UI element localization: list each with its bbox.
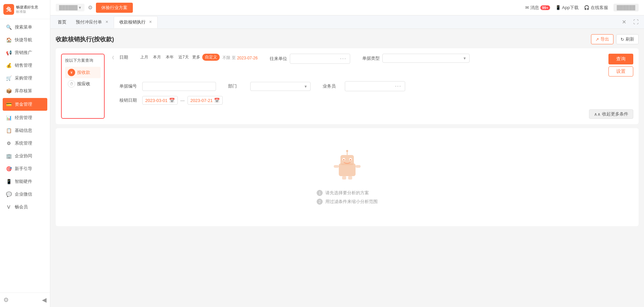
- empty-tips: 1 请先选择要分析的方案 2 用过滤条件来缩小分析范围: [317, 189, 378, 206]
- tab-prepay[interactable]: 预付冲应付单 ✕: [70, 16, 114, 28]
- date-more[interactable]: 更多: [192, 54, 200, 60]
- sidebar-nav: 🔍搜索菜单🏠快捷导航📢营销推广💰销售管理🛒采购管理📦库存核算💳资金管理📊经营管理…: [0, 19, 50, 293]
- operation-icon: 📊: [5, 115, 12, 120]
- collapse-more-button[interactable]: ∧∧ 收起更多条件: [589, 109, 633, 119]
- app-download-icon: 📱: [555, 5, 561, 10]
- doc-type-label: 单据类型: [362, 55, 380, 61]
- sidebar-item-marketing[interactable]: 📢营销推广: [0, 46, 50, 59]
- collapse-up-icon: ∧∧: [594, 112, 601, 117]
- app-name: 畅捷通好生意: [16, 5, 38, 9]
- sidebar-item-label: 经营管理: [15, 115, 32, 121]
- calendar-start-icon[interactable]: 📅: [169, 98, 175, 103]
- settings-button[interactable]: 设置: [608, 66, 633, 76]
- page-actions: ↗ 导出 ↻ 刷新: [591, 34, 639, 44]
- sidebar-bottom: ⚙ ◀: [0, 293, 50, 307]
- sidebar-item-guide[interactable]: 🎯新手引导: [0, 162, 50, 175]
- message-button[interactable]: ✉ 消息 99+: [525, 5, 550, 11]
- date-7days[interactable]: 近7天: [177, 54, 190, 61]
- guide-icon: 🎯: [5, 166, 12, 171]
- collapse-more-area: ∧∧ 收起更多条件: [119, 109, 633, 119]
- sales-icon: 💰: [5, 63, 12, 68]
- calendar-end-icon[interactable]: 📅: [214, 98, 220, 103]
- sidebar-item-sales[interactable]: 💰销售管理: [0, 59, 50, 72]
- sidebar-item-purchase[interactable]: 🛒采购管理: [0, 72, 50, 85]
- sidebar-item-enterprise[interactable]: 🏢企业协同: [0, 150, 50, 162]
- sidebar: 兔 畅捷通好生意 标准版 🔍搜索菜单🏠快捷导航📢营销推广💰销售管理🛒采购管理📦库…: [0, 0, 50, 307]
- refresh-button[interactable]: ↻ 刷新: [616, 34, 639, 44]
- sidebar-item-member[interactable]: V畅会员: [0, 201, 50, 213]
- empty-robot-icon: [330, 148, 364, 182]
- enterprise-icon: 🏢: [5, 153, 12, 159]
- salesperson-dots-icon[interactable]: ···: [395, 83, 401, 89]
- sidebar-item-finance[interactable]: 💳资金管理: [3, 98, 47, 111]
- close-tab-icon[interactable]: ✕: [619, 17, 629, 27]
- collection-icon: ¥: [68, 69, 75, 76]
- writeoff-date-label: 核销日期: [119, 97, 137, 103]
- user-avatar[interactable]: ██████: [613, 4, 639, 11]
- svg-point-4: [343, 159, 344, 160]
- salesperson-select[interactable]: ···: [345, 81, 405, 91]
- sidebar-item-label: 采购管理: [15, 75, 32, 81]
- hardware-icon: 📱: [5, 179, 12, 184]
- refresh-label: 刷新: [626, 36, 634, 42]
- export-button[interactable]: ↗ 导出: [591, 34, 613, 44]
- collapse-filter-icon[interactable]: 《: [110, 54, 114, 61]
- gear-icon[interactable]: ⚙: [88, 4, 93, 11]
- date-last-month[interactable]: 上月: [139, 54, 150, 61]
- writeoff-end-date[interactable]: 2023-07-21 📅: [187, 96, 223, 105]
- department-select[interactable]: ▾: [250, 82, 311, 91]
- date-this-year[interactable]: 本年: [164, 54, 175, 61]
- settings-icon[interactable]: ⚙: [3, 296, 9, 304]
- filter-sidebar-title: 按以下方案查询: [65, 58, 101, 63]
- app-logo-icon: 兔: [3, 4, 14, 15]
- sidebar-item-label: 畅会员: [15, 204, 28, 210]
- sidebar-item-label: 快捷导航: [15, 37, 32, 43]
- filter-panel: 按以下方案查询 ¥ 按收款 ⏱ 按应收 《 日期 上月: [56, 48, 639, 124]
- sidebar-item-hardware[interactable]: 📱智能硬件: [0, 175, 50, 188]
- svg-rect-8: [334, 165, 339, 168]
- tab-collection[interactable]: 收款核销执行 ✕: [114, 16, 158, 28]
- transaction-select[interactable]: ···: [290, 54, 350, 64]
- sidebar-item-system[interactable]: ⚙系统管理: [0, 137, 50, 150]
- tip-text-1: 请先选择要分析的方案: [325, 189, 369, 197]
- online-service-button[interactable]: 🎧 在线客服: [584, 5, 608, 11]
- collapse-sidebar-icon[interactable]: ◀: [42, 296, 47, 304]
- query-button[interactable]: 查询: [608, 54, 633, 64]
- tab-prepay-close-icon[interactable]: ✕: [105, 20, 108, 24]
- solution-button[interactable]: 休验行业方案: [96, 3, 133, 13]
- filter-actions: 查询 设置: [608, 54, 633, 76]
- sidebar-item-label: 系统管理: [15, 140, 32, 146]
- filter-by-receivable[interactable]: ⏱ 按应收: [65, 78, 101, 90]
- basic-info-icon: 📋: [5, 128, 12, 133]
- sidebar-item-wechat[interactable]: 💬企业微信: [0, 188, 50, 201]
- filter-row-3: 核销日期 2023-03-01 📅 — 2023-07-21 📅: [119, 96, 633, 105]
- date-custom[interactable]: 自定义: [202, 54, 220, 61]
- filter-by-collection[interactable]: ¥ 按收款: [65, 67, 101, 78]
- export-label: 导出: [600, 36, 609, 42]
- tab-collection-close-icon[interactable]: ✕: [149, 20, 152, 24]
- tab-home[interactable]: 首页: [54, 16, 70, 28]
- refresh-icon: ↻: [621, 37, 624, 42]
- expand-icon[interactable]: ⛶: [631, 17, 641, 27]
- app-download-button[interactable]: 📱 App下载: [555, 5, 579, 11]
- transaction-label: 往来单位: [270, 56, 287, 62]
- marketing-icon: 📢: [5, 50, 12, 55]
- writeoff-start-date[interactable]: 2023-03-01 📅: [142, 96, 178, 105]
- filter-main: 日期 上月 本月 本年 近7天 更多 自定义 不限 至 2023-07: [119, 54, 633, 119]
- doc-no-input[interactable]: [142, 82, 216, 91]
- doc-type-select[interactable]: ▾: [382, 54, 470, 63]
- tabbar-actions: ✕ ⛶: [619, 17, 641, 27]
- page-header: 收款核销执行(按收款) ↗ 导出 ↻ 刷新: [56, 34, 639, 44]
- date-this-month[interactable]: 本月: [152, 54, 162, 61]
- tip-num-1: 1: [317, 190, 323, 196]
- writeoff-date-range: 2023-03-01 📅 — 2023-07-21 📅: [142, 96, 223, 105]
- sidebar-item-basic-info[interactable]: 📋基础信息: [0, 124, 50, 137]
- sidebar-item-operation[interactable]: 📊经营管理: [0, 111, 50, 124]
- company-selector[interactable]: ██████ ▾: [56, 4, 85, 11]
- sidebar-item-search[interactable]: 🔍搜索菜单: [0, 21, 50, 34]
- sidebar-logo: 兔 畅捷通好生意 标准版: [0, 0, 50, 19]
- transaction-dots-icon[interactable]: ···: [340, 56, 346, 62]
- sidebar-item-inventory[interactable]: 📦库存核算: [0, 85, 50, 97]
- sidebar-item-quick-nav[interactable]: 🏠快捷导航: [0, 34, 50, 46]
- empty-state: 1 请先选择要分析的方案 2 用过滤条件来缩小分析范围: [56, 128, 639, 226]
